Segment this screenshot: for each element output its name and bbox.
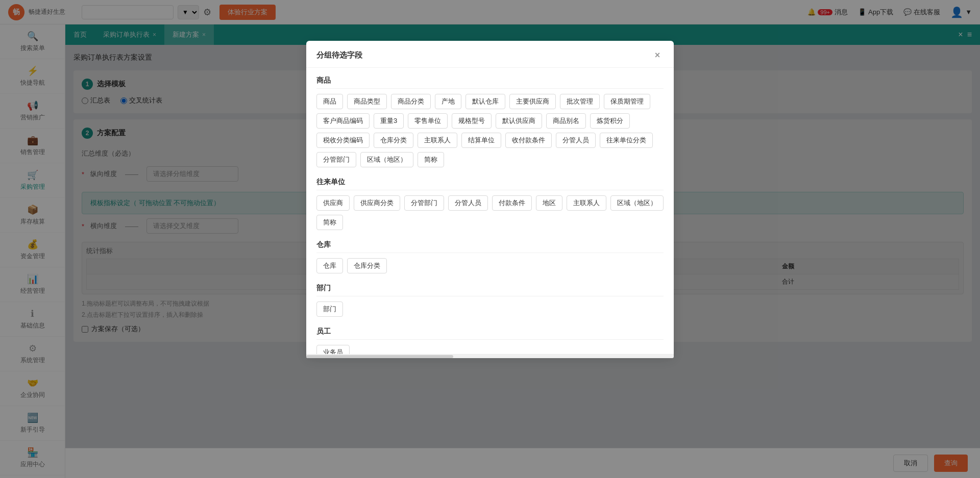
field-tag-product-1[interactable]: 商品类型: [347, 94, 387, 109]
field-tag-partner-6[interactable]: 主联系人: [567, 195, 606, 211]
field-tag-product-8[interactable]: 客户商品编码: [316, 113, 370, 129]
field-tag-product-21[interactable]: 往来单位分类: [600, 133, 653, 148]
section-employee-title: 员工: [316, 327, 664, 340]
field-tag-product-5[interactable]: 主要供应商: [509, 94, 556, 109]
field-tag-product-2[interactable]: 商品分类: [391, 94, 431, 109]
section-warehouse-tags: 仓库 仓库分类: [316, 258, 664, 273]
field-tag-dept-0[interactable]: 部门: [316, 301, 343, 317]
section-partner-title: 往来单位: [316, 178, 664, 190]
modal-overlay: 分组待选字段 × 商品 商品 商品类型 商品分类 产地 默认仓库 主要供应商 批…: [0, 0, 980, 478]
field-tag-product-14[interactable]: 炼货积分: [590, 113, 630, 129]
section-partner-tags: 供应商 供应商分类 分管部门 分管人员 付款条件 地区 主联系人 区域（地区） …: [316, 195, 664, 230]
section-partner: 往来单位 供应商 供应商分类 分管部门 分管人员 付款条件 地区 主联系人 区域…: [316, 178, 664, 230]
field-tag-product-20[interactable]: 分管人员: [556, 133, 596, 148]
field-tag-partner-4[interactable]: 付款条件: [492, 195, 532, 211]
field-tag-partner-3[interactable]: 分管人员: [448, 195, 488, 211]
field-tag-product-22[interactable]: 分管部门: [316, 152, 356, 167]
field-tag-warehouse-0[interactable]: 仓库: [316, 258, 343, 273]
section-warehouse: 仓库 仓库 仓库分类: [316, 240, 664, 273]
field-tag-partner-5[interactable]: 地区: [536, 195, 562, 211]
field-tag-product-12[interactable]: 默认供应商: [496, 113, 542, 129]
modal-hscroll[interactable]: [306, 354, 674, 357]
field-tag-product-17[interactable]: 主联系人: [418, 133, 457, 148]
section-product: 商品 商品 商品类型 商品分类 产地 默认仓库 主要供应商 批次管理 保质期管理…: [316, 76, 664, 167]
field-tag-product-4[interactable]: 默认仓库: [465, 94, 505, 109]
field-tag-partner-8[interactable]: 简称: [316, 215, 343, 230]
field-tag-product-16[interactable]: 仓库分类: [374, 133, 413, 148]
field-tag-product-24[interactable]: 简称: [418, 152, 444, 167]
field-tag-warehouse-1[interactable]: 仓库分类: [347, 258, 387, 273]
field-tag-partner-0[interactable]: 供应商: [316, 195, 350, 211]
field-tag-partner-2[interactable]: 分管部门: [404, 195, 444, 211]
modal-dialog: 分组待选字段 × 商品 商品 商品类型 商品分类 产地 默认仓库 主要供应商 批…: [306, 41, 674, 357]
field-tag-partner-1[interactable]: 供应商分类: [354, 195, 400, 211]
section-employee: 员工 业务员: [316, 327, 664, 354]
field-tag-partner-7[interactable]: 区域（地区）: [610, 195, 664, 211]
modal-body[interactable]: 商品 商品 商品类型 商品分类 产地 默认仓库 主要供应商 批次管理 保质期管理…: [306, 68, 674, 354]
field-tag-product-15[interactable]: 税收分类编码: [316, 133, 370, 148]
section-dept: 部门 部门: [316, 284, 664, 317]
field-tag-product-9[interactable]: 重量3: [374, 113, 404, 129]
field-tag-product-0[interactable]: 商品: [316, 94, 343, 109]
field-tag-product-6[interactable]: 批次管理: [560, 94, 600, 109]
field-tag-product-13[interactable]: 商品别名: [546, 113, 586, 129]
field-tag-product-19[interactable]: 收付款条件: [505, 133, 552, 148]
field-tag-product-3[interactable]: 产地: [435, 94, 461, 109]
field-tag-employee-0[interactable]: 业务员: [316, 345, 350, 354]
section-dept-title: 部门: [316, 284, 664, 296]
section-warehouse-title: 仓库: [316, 240, 664, 253]
field-tag-product-18[interactable]: 结算单位: [461, 133, 501, 148]
modal-title: 分组待选字段: [316, 51, 362, 60]
section-dept-tags: 部门: [316, 301, 664, 317]
modal-header: 分组待选字段 ×: [306, 41, 674, 68]
field-tag-product-23[interactable]: 区域（地区）: [360, 152, 413, 167]
modal-close-button[interactable]: ×: [651, 49, 664, 61]
field-tag-product-11[interactable]: 规格型号: [452, 113, 492, 129]
field-tag-product-7[interactable]: 保质期管理: [604, 94, 650, 109]
field-tag-product-10[interactable]: 零售单位: [408, 113, 448, 129]
section-product-tags: 商品 商品类型 商品分类 产地 默认仓库 主要供应商 批次管理 保质期管理 客户…: [316, 94, 664, 167]
section-employee-tags: 业务员: [316, 345, 664, 354]
section-product-title: 商品: [316, 76, 664, 89]
